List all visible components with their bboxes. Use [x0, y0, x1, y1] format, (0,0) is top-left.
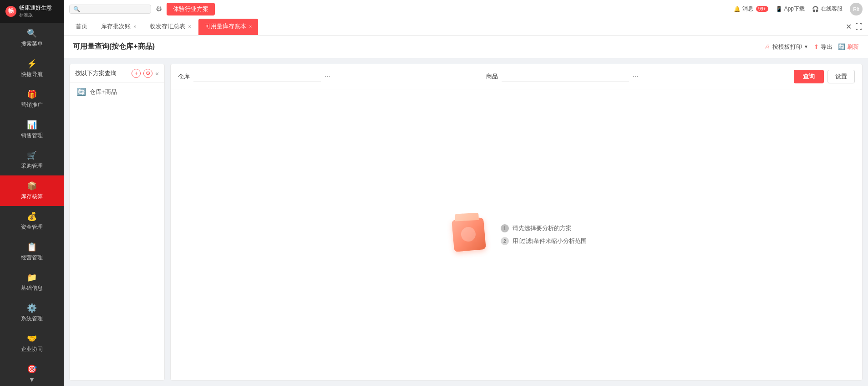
- sidebar-item-search[interactable]: 🔍 搜索菜单: [0, 23, 64, 53]
- avatar: Rit: [850, 3, 863, 15]
- sidebar-item-operations[interactable]: 📋 经营管理: [0, 237, 64, 267]
- empty-hint-2-text: 用[过滤]条件来缩小分析范围: [513, 237, 587, 245]
- scheme-item-label: 仓库+商品: [90, 88, 117, 96]
- warehouse-filter-group: 仓库 ···: [178, 71, 477, 82]
- sidebar-item-system[interactable]: ⚙️ 系统管理: [0, 298, 64, 328]
- inventory-icon: 📦: [27, 181, 37, 191]
- settings-gear-button[interactable]: ⚙: [156, 5, 162, 13]
- tab-close-icon[interactable]: ×: [133, 24, 136, 29]
- tab-batch-account-label: 库存批次账: [101, 22, 131, 31]
- right-panel: 仓库 ··· 商品 ··· 查询 设置: [170, 64, 863, 381]
- tab-home[interactable]: 首页: [69, 19, 94, 35]
- warehouse-more-button[interactable]: ···: [325, 72, 330, 81]
- sidebar-item-newguide[interactable]: 🎯 新手引导: [0, 359, 64, 373]
- sidebar-item-label: 资金管理: [21, 223, 43, 231]
- sidebar-item-inventory[interactable]: 📦 库存核算: [0, 175, 64, 206]
- top-header: 🔍 ⚙ 体验行业方案 🔔 消息 99+ 📱 App下载 🎧 在线客服 Rit: [64, 0, 868, 18]
- product-filter-group: 商品 ···: [486, 71, 785, 82]
- empty-box-graphic: [452, 217, 486, 252]
- phone-icon: 📱: [776, 6, 782, 12]
- customer-service-item[interactable]: 🎧 在线客服: [812, 5, 843, 13]
- content-area: 按以下方案查询 + ⚙ « 🔄 仓库+商品 仓库: [64, 58, 868, 386]
- export-button[interactable]: ⬆ 导出: [814, 43, 832, 51]
- tab-available-inventory[interactable]: 可用量库存账本 ×: [198, 19, 258, 35]
- notifications-item[interactable]: 🔔 消息 99+: [734, 5, 768, 13]
- sidebar-item-label: 快捷导航: [21, 71, 43, 78]
- tab-bar: 首页 库存批次账 × 收发存汇总表 × 可用量库存账本 × ✕ ⛶: [64, 18, 868, 36]
- column-settings-button[interactable]: 设置: [827, 70, 855, 83]
- expand-tab-button[interactable]: ⛶: [855, 23, 863, 31]
- sidebar-item-purchase[interactable]: 🛒 采购管理: [0, 145, 64, 175]
- refresh-button[interactable]: 🔄 刷新: [838, 43, 859, 51]
- warehouse-filter-input[interactable]: [193, 71, 321, 82]
- filter-actions: 查询 设置: [794, 70, 855, 83]
- step-number-2: 2: [501, 237, 509, 245]
- search-icon: 🔍: [73, 6, 80, 12]
- shortcut-icon: ⚡: [27, 59, 37, 69]
- collapse-panel-button[interactable]: «: [155, 70, 159, 77]
- headset-icon: 🎧: [812, 6, 819, 12]
- print-template-button[interactable]: 🖨 按模板打印 ▼: [765, 43, 808, 51]
- sidebar-item-label: 企业协同: [21, 345, 43, 353]
- refresh-icon: 🔄: [838, 43, 845, 50]
- tab-batch-account[interactable]: 库存批次账 ×: [95, 19, 142, 35]
- chart-icon: 📊: [27, 120, 37, 130]
- tab-close-icon[interactable]: ×: [188, 24, 191, 29]
- sidebar-item-finance[interactable]: 💰 资金管理: [0, 206, 64, 237]
- sidebar-item-label: 系统管理: [21, 315, 43, 323]
- clipboard-icon: 📋: [27, 242, 37, 252]
- left-panel: 按以下方案查询 + ⚙ « 🔄 仓库+商品: [69, 64, 165, 381]
- sidebar-item-label: 库存核算: [21, 193, 43, 201]
- page-header-actions: 🖨 按模板打印 ▼ ⬆ 导出 🔄 刷新: [765, 43, 859, 51]
- refresh-label: 刷新: [847, 43, 859, 51]
- money-icon: 💰: [27, 211, 37, 221]
- user-profile-item[interactable]: Rit: [850, 3, 863, 15]
- app-download-item[interactable]: 📱 App下载: [776, 5, 805, 13]
- tab-available-inventory-label: 可用量库存账本: [205, 22, 246, 31]
- page-container: 可用量查询(按仓库+商品) 🖨 按模板打印 ▼ ⬆ 导出 🔄 刷新: [64, 36, 868, 386]
- sidebar-item-enterprise-collab[interactable]: 🤝 企业协同: [0, 328, 64, 359]
- add-scheme-button[interactable]: +: [132, 69, 141, 78]
- sidebar-item-label: 基础信息: [21, 284, 43, 292]
- folder-icon: 📁: [27, 273, 37, 283]
- sidebar-item-basic[interactable]: 📁 基础信息: [0, 267, 64, 298]
- product-filter-input[interactable]: [502, 71, 629, 82]
- empty-state: 1 请先选择要分析的方案 2 用[过滤]条件来缩小分析范围: [171, 89, 862, 380]
- product-more-button[interactable]: ···: [633, 72, 639, 81]
- empty-hint-2: 2 用[过滤]条件来缩小分析范围: [501, 237, 587, 245]
- notifications-badge: 99+: [756, 6, 768, 12]
- sidebar-item-shortcut[interactable]: ⚡ 快捷导航: [0, 53, 64, 84]
- scheme-icon: 🔄: [77, 87, 86, 96]
- handshake-icon: 🤝: [27, 334, 37, 344]
- sidebar-scroll-down[interactable]: ▼: [0, 373, 64, 386]
- tab-home-label: 首页: [76, 22, 87, 31]
- cart-icon: 🛒: [27, 150, 37, 160]
- printer-icon: 🖨: [765, 43, 771, 50]
- sidebar-item-label: 销售管理: [21, 132, 43, 139]
- customer-service-label: 在线客服: [821, 5, 843, 13]
- export-icon: ⬆: [814, 43, 819, 50]
- target-icon: 🎯: [27, 364, 37, 373]
- brand-name: 畅康通好生意: [19, 5, 52, 12]
- scheme-settings-button[interactable]: ⚙: [143, 69, 152, 78]
- notifications-label: 消息: [742, 5, 753, 13]
- sidebar-item-marketing[interactable]: 🎁 营销推广: [0, 84, 64, 114]
- sidebar-scroll: 🔍 搜索菜单 ⚡ 快捷导航 🎁 营销推广 📊 销售管理 🛒 采购管理 📦 库存核…: [0, 23, 64, 373]
- query-button[interactable]: 查询: [794, 70, 824, 83]
- tab-close-active-icon[interactable]: ×: [249, 24, 252, 29]
- product-filter-label: 商品: [486, 72, 498, 81]
- tab-receipt-summary[interactable]: 收发存汇总表 ×: [143, 19, 197, 35]
- sidebar-item-sales[interactable]: 📊 销售管理: [0, 114, 64, 145]
- top-search-bar[interactable]: 🔍: [69, 5, 151, 14]
- scheme-item-warehouse-product[interactable]: 🔄 仓库+商品: [70, 83, 164, 101]
- sidebar: 畅 畅康通好生意 标准版 🔍 搜索菜单 ⚡ 快捷导航 🎁 营销推广 📊 销售管理…: [0, 0, 64, 386]
- tab-receipt-summary-label: 收发存汇总表: [150, 22, 185, 31]
- step-number-1: 1: [501, 224, 509, 232]
- empty-illustration: [446, 212, 492, 257]
- brand-info: 畅康通好生意 标准版: [19, 5, 52, 18]
- sidebar-item-label: 采购管理: [21, 162, 43, 170]
- page-header: 可用量查询(按仓库+商品) 🖨 按模板打印 ▼ ⬆ 导出 🔄 刷新: [64, 36, 868, 58]
- industry-solution-button[interactable]: 体验行业方案: [167, 3, 215, 15]
- close-tab-button[interactable]: ✕: [846, 22, 852, 31]
- brand-sub: 标准版: [19, 12, 52, 18]
